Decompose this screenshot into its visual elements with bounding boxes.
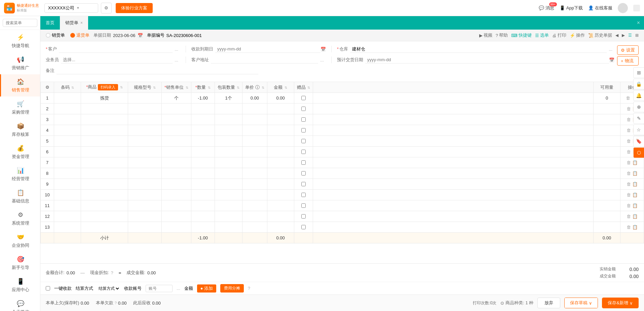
delete-icon[interactable]: 🗑: [627, 117, 631, 122]
logistics-btn[interactable]: + 物流: [617, 56, 639, 66]
th-amount[interactable]: 金额 ⇅: [267, 82, 294, 93]
delete-icon[interactable]: 🗑: [627, 225, 631, 230]
th-price[interactable]: 单价 ⓘ ⇅: [242, 82, 267, 93]
sidebar-item-finance[interactable]: 💰 资金管理: [0, 141, 40, 163]
warehouse-input[interactable]: [350, 45, 607, 53]
due-date-input[interactable]: [215, 45, 320, 53]
gift-checkbox[interactable]: [301, 171, 306, 176]
copy-icon[interactable]: 📋: [632, 192, 638, 197]
salesperson-ellipsis[interactable]: ...: [173, 57, 180, 63]
gift-checkbox[interactable]: [301, 128, 306, 132]
radio-sales[interactable]: 销货单: [46, 32, 65, 38]
row-price[interactable]: 0.00: [242, 93, 267, 104]
sidebar-item-base[interactable]: 📋 基础信息: [0, 185, 40, 207]
salesperson-input[interactable]: [61, 56, 173, 64]
add-payment-btn[interactable]: ● 添加: [197, 284, 216, 293]
delete-icon[interactable]: 🗑: [627, 139, 631, 144]
sidebar-item-system[interactable]: ⚙ 系统管理: [0, 207, 40, 230]
avatar[interactable]: [618, 3, 628, 13]
expected-date-input[interactable]: [365, 56, 609, 64]
tab-bar-close-icon[interactable]: ×: [637, 20, 640, 26]
gift-checkbox[interactable]: [301, 214, 306, 219]
delete-icon[interactable]: 🗑: [627, 149, 631, 154]
th-pkgqty[interactable]: 包装数量 ⇅: [215, 82, 242, 93]
right-panel-item-8[interactable]: ⬡: [633, 147, 644, 158]
action-print[interactable]: 🖨 打印: [552, 32, 566, 38]
th-unit[interactable]: *销售单位 ⇅: [162, 82, 191, 93]
customer-input[interactable]: [59, 45, 173, 53]
right-panel-item-6[interactable]: ☆: [633, 124, 644, 135]
tab-sales-order[interactable]: 销货单 ×: [60, 16, 88, 30]
th-qty[interactable]: *数量 ⇅: [191, 82, 215, 93]
row-amount[interactable]: 0.00: [267, 93, 294, 104]
action-video[interactable]: ▶ 视频: [479, 32, 492, 38]
tab-close-icon[interactable]: ×: [80, 21, 83, 25]
online-service-btn[interactable]: 👤 在线客服: [588, 5, 612, 11]
gift-checkbox[interactable]: [301, 193, 306, 197]
settings-btn[interactable]: ⚙ 设置: [617, 45, 639, 55]
delete-icon[interactable]: 🗑: [627, 182, 631, 187]
row-unit[interactable]: 个: [162, 93, 191, 104]
row-qty[interactable]: -1.00: [191, 93, 215, 104]
th-spec[interactable]: 规格型号 ⇅: [128, 82, 162, 93]
ellipsis-icon[interactable]: ...: [177, 286, 180, 291]
row-pkgqty[interactable]: 1个: [215, 93, 242, 104]
abandon-button[interactable]: 放弃: [537, 298, 560, 308]
calc-method-select[interactable]: 结算方式: [97, 286, 120, 291]
right-panel-item-4[interactable]: ⊕: [633, 102, 644, 112]
view-grid-btn[interactable]: ⊞: [635, 33, 639, 38]
settings-icon-btn[interactable]: ⚙: [101, 3, 112, 13]
search-input[interactable]: [3, 19, 37, 27]
right-panel-item-2[interactable]: 🔒: [633, 79, 644, 89]
delete-icon[interactable]: 🗑: [627, 214, 631, 219]
action-operate[interactable]: ⚡ 操作: [570, 32, 585, 38]
trial-button[interactable]: 体验行业方案: [116, 3, 153, 13]
delete-icon[interactable]: 🗑: [626, 95, 630, 101]
due-date-calendar-icon[interactable]: 📅: [320, 47, 326, 52]
row-gift[interactable]: [294, 93, 313, 104]
row-barcode[interactable]: [54, 93, 81, 104]
gift-checkbox[interactable]: [301, 150, 306, 154]
delete-icon[interactable]: 🗑: [627, 171, 631, 176]
right-panel-item-5[interactable]: ✎: [633, 113, 644, 124]
copy-icon[interactable]: 📋: [632, 160, 638, 165]
action-help[interactable]: ? 帮助: [496, 32, 508, 38]
copy-icon[interactable]: 📋: [632, 171, 638, 176]
copy-icon[interactable]: 📋: [632, 203, 638, 208]
delete-icon[interactable]: 🗑: [627, 128, 631, 133]
delete-icon[interactable]: 🗑: [627, 203, 631, 208]
sidebar-item-marketing[interactable]: 📢 营销推广: [0, 52, 40, 74]
gift-checkbox[interactable]: [301, 96, 306, 100]
expected-date-calendar-icon[interactable]: 📅: [609, 57, 614, 63]
app-download-btn[interactable]: 📱 App下载: [560, 5, 583, 11]
gift-checkbox[interactable]: [301, 139, 306, 143]
save-draft-button[interactable]: 保存草稿 ∨: [565, 298, 598, 308]
th-barcode[interactable]: 条码 ⇅: [54, 82, 81, 93]
customer-ellipsis[interactable]: ...: [173, 47, 180, 52]
th-goods[interactable]: *商品 扫码录入 ⇅: [81, 82, 128, 93]
view-list-btn[interactable]: ☰: [628, 33, 632, 38]
gift-checkbox[interactable]: [301, 182, 306, 186]
right-panel-item-1[interactable]: ⊞: [633, 67, 644, 78]
sidebar-item-sales[interactable]: 🏠 销售管理: [0, 74, 40, 96]
sidebar-item-wechat[interactable]: 💬 企业微信: [0, 296, 40, 311]
customer-addr-ellipsis[interactable]: ...: [318, 57, 326, 63]
question-icon[interactable]: ?: [115, 301, 117, 305]
save-new-button[interactable]: 保存&新增 ∨: [602, 298, 638, 308]
bank-input[interactable]: [146, 285, 173, 292]
copy-icon[interactable]: 📋: [632, 225, 638, 230]
gift-checkbox[interactable]: [301, 117, 306, 122]
one-click-checkbox[interactable]: [46, 286, 50, 290]
warehouse-ellipsis[interactable]: ...: [607, 47, 614, 52]
action-shortcut[interactable]: ⌨ 快捷键: [511, 32, 532, 38]
nav-prev-btn[interactable]: ◀: [615, 33, 618, 38]
scan-btn[interactable]: 扫码录入: [98, 84, 118, 90]
expense-question-icon[interactable]: ?: [248, 286, 250, 291]
expense-btn[interactable]: 费用分摊: [220, 284, 244, 293]
tab-home[interactable]: 首页: [40, 16, 60, 30]
nav-next-btn[interactable]: ▶: [622, 33, 625, 38]
delete-icon[interactable]: 🗑: [627, 192, 631, 197]
radio-return[interactable]: 退货单: [70, 32, 89, 38]
company-selector[interactable]: XXXXXX公司 ▼: [44, 3, 98, 13]
action-filter[interactable]: ☰ 选单: [535, 32, 549, 38]
